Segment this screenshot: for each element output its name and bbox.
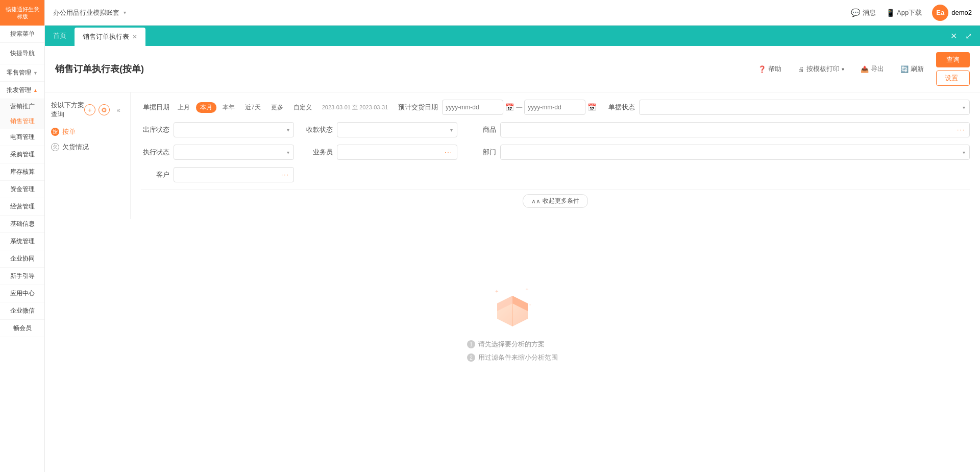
page-content: 销售订单执行表(按单) ❓ 帮助 🖨 按模板打印 ▾ 📤 导出 — [45, 46, 980, 472]
empty-illustration: ✦ ✦ ✦ — [487, 280, 538, 332]
topbar: 办公用品行业模拟账套 ▾ 💬 消息 📱 App下载 Ea demo2 — [45, 0, 980, 26]
message-action[interactable]: 💬 消息 — [851, 8, 876, 17]
date-end-calendar-icon[interactable]: 📅 — [587, 103, 596, 111]
svg-text:✦: ✦ — [495, 289, 499, 294]
sidebar-item-appcenter[interactable]: 应用中心 — [0, 285, 44, 302]
sidebar-item-member[interactable]: 畅会员 — [0, 320, 44, 337]
tab-expand-icon[interactable]: ⤢ — [963, 29, 974, 43]
ship-status-field: 出库状态 ▾ — [141, 122, 294, 137]
empty-tip-2: 2 用过滤条件来缩小分析范围 — [467, 353, 558, 362]
filter-row-2: 出库状态 ▾ 收款状态 ▾ — [141, 122, 970, 137]
ship-status-label: 出库状态 — [141, 125, 169, 134]
exec-status-label: 执行状态 — [141, 148, 169, 157]
empty-state: ✦ ✦ ✦ 1 请先选择要分析的方案 2 用过滤条件来缩小分析范围 — [467, 280, 558, 362]
help-button[interactable]: ❓ 帮助 — [754, 62, 786, 76]
customer-label: 客户 — [141, 170, 169, 179]
export-button[interactable]: 📤 导出 — [856, 62, 888, 76]
svg-text:✦: ✦ — [529, 303, 531, 306]
customer-more-icon[interactable]: ··· — [281, 171, 289, 178]
page-title: 销售订单执行表(按单) — [55, 63, 144, 75]
sidebar-item-sales[interactable]: 销售管理 — [0, 114, 44, 129]
refresh-button[interactable]: 🔄 刷新 — [896, 62, 928, 76]
collect-status-select[interactable]: ▾ — [337, 122, 457, 137]
expected-date-end[interactable] — [524, 100, 585, 115]
breadcrumb-dropdown-icon[interactable]: ▾ — [124, 10, 126, 15]
tab-close-window-icon[interactable]: ✕ — [948, 29, 959, 43]
add-scheme-icon[interactable]: + — [84, 104, 95, 115]
sidebar-item-marketing[interactable]: 营销推广 — [0, 99, 44, 114]
dept-select[interactable]: ▾ — [500, 145, 970, 160]
avatar: Ea — [932, 5, 948, 21]
query-button[interactable]: 查询 — [936, 52, 970, 67]
goods-select[interactable]: ··· — [500, 122, 970, 137]
sidebar-item-system[interactable]: 系统管理 — [0, 233, 44, 250]
filter-form: 单据日期 上月 本月 本年 近7天 更多 自定义 2023-03-01 至 20… — [131, 92, 980, 219]
expected-date-start[interactable] — [442, 100, 503, 115]
scheme-item-欠货[interactable]: 欠 欠货情况 — [45, 139, 130, 155]
sidebar-item-corpwechat[interactable]: 企业微信 — [0, 302, 44, 320]
sidebar-item-ecommerce[interactable]: 电商管理 — [0, 129, 44, 146]
goods-more-icon[interactable]: ··· — [957, 126, 965, 133]
date-label: 单据日期 — [141, 103, 169, 112]
date-tab-thismonth[interactable]: 本月 — [196, 102, 216, 113]
date-tab-custom[interactable]: 自定义 — [289, 102, 316, 113]
tab-home[interactable]: 首页 — [45, 26, 75, 46]
date-tab-thisyear[interactable]: 本年 — [218, 102, 239, 113]
print-label: 按模板打印 — [806, 64, 840, 74]
collapse-up-icon: ∧∧ — [531, 198, 541, 205]
goods-label: 商品 — [468, 125, 496, 134]
sidebar-item-inventory[interactable]: 库存核算 — [0, 163, 44, 181]
collapse-sidebar-icon[interactable]: « — [113, 104, 124, 115]
date-field: 单据日期 上月 本月 本年 近7天 更多 自定义 2023-03-01 至 20… — [141, 102, 388, 113]
sidebar-item-finance[interactable]: 资金管理 — [0, 181, 44, 198]
message-icon: 💬 — [851, 8, 861, 17]
customer-field: 客户 ··· — [141, 167, 294, 182]
breadcrumb: 办公用品行业模拟账套 — [53, 8, 119, 17]
collapse-row: ∧∧ 收起更多条件 — [141, 190, 970, 212]
salesperson-select[interactable]: ··· — [337, 145, 457, 160]
sidebar-item-wholesale[interactable]: 批发管理 ▲ — [0, 82, 44, 99]
sidebar: 畅捷通好生意 标版 搜索菜单 快捷导航 零售管理 ▼ 批发管理 ▲ 营销推广 销… — [0, 0, 45, 472]
tip-text-1: 请先选择要分析的方案 — [478, 340, 545, 349]
tab-close-icon[interactable]: ✕ — [132, 33, 137, 40]
sidebar-search[interactable]: 搜索菜单 — [0, 26, 44, 43]
filter-row-4: 客户 ··· — [141, 167, 970, 182]
sidebar-item-retail[interactable]: 零售管理 ▼ — [0, 64, 44, 82]
date-tab-lastmonth[interactable]: 上月 — [174, 102, 194, 113]
header-actions: ❓ 帮助 🖨 按模板打印 ▾ 📤 导出 🔄 刷新 — [754, 52, 970, 86]
app-download-action[interactable]: 📱 App下载 — [886, 8, 922, 17]
status-select[interactable]: ▾ — [639, 100, 970, 115]
logo-text: 畅捷通好生意 标版 — [6, 6, 39, 20]
sidebar-item-purchase[interactable]: 采购管理 — [0, 146, 44, 163]
salesperson-more-icon[interactable]: ··· — [445, 149, 453, 156]
empty-tip-1: 1 请先选择要分析的方案 — [467, 340, 558, 349]
print-button[interactable]: 🖨 按模板打印 ▾ — [794, 62, 848, 76]
ship-status-select[interactable]: ▾ — [174, 122, 294, 137]
date-tab-7days[interactable]: 近7天 — [241, 102, 265, 113]
print-icon: 🖨 — [798, 65, 804, 73]
scheme-item-按单[interactable]: 按 按单 — [45, 124, 130, 139]
tabbar: 首页 销售订单执行表 ✕ ✕ ⤢ — [45, 26, 980, 46]
sidebar-item-operations[interactable]: 经营管理 — [0, 198, 44, 216]
collapse-button[interactable]: ∧∧ 收起更多条件 — [523, 194, 588, 208]
user-menu[interactable]: Ea demo2 — [932, 5, 972, 21]
sidebar-item-basic[interactable]: 基础信息 — [0, 216, 44, 233]
sidebar-item-enterprise[interactable]: 企业协同 — [0, 250, 44, 268]
main-panel: 办公用品行业模拟账套 ▾ 💬 消息 📱 App下载 Ea demo2 首页 — [45, 0, 980, 472]
filter-row-1: 单据日期 上月 本月 本年 近7天 更多 自定义 2023-03-01 至 20… — [141, 100, 970, 115]
customer-select[interactable]: ··· — [174, 167, 294, 182]
settings-scheme-icon[interactable]: ⚙ — [99, 104, 110, 115]
username: demo2 — [951, 9, 972, 16]
sidebar-item-newuser[interactable]: 新手引导 — [0, 268, 44, 285]
setting-button[interactable]: 设置 — [936, 70, 970, 86]
date-start-calendar-icon[interactable]: 📅 — [505, 103, 514, 111]
exec-status-select[interactable]: ▾ — [174, 145, 294, 160]
tab-sales-exec[interactable]: 销售订单执行表 ✕ — [75, 28, 145, 46]
filter-sidebar-header: 按以下方案查询 + ⚙ « — [45, 99, 130, 121]
topbar-left: 办公用品行业模拟账套 ▾ — [53, 8, 126, 17]
date-range-display: 2023-03-01 至 2023-03-31 — [322, 104, 388, 111]
date-tab-more[interactable]: 更多 — [267, 102, 287, 113]
download-icon: 📱 — [886, 9, 895, 17]
exec-status-dropdown-icon: ▾ — [287, 150, 289, 155]
sidebar-item-quicknav[interactable]: 快捷导航 — [0, 46, 44, 61]
